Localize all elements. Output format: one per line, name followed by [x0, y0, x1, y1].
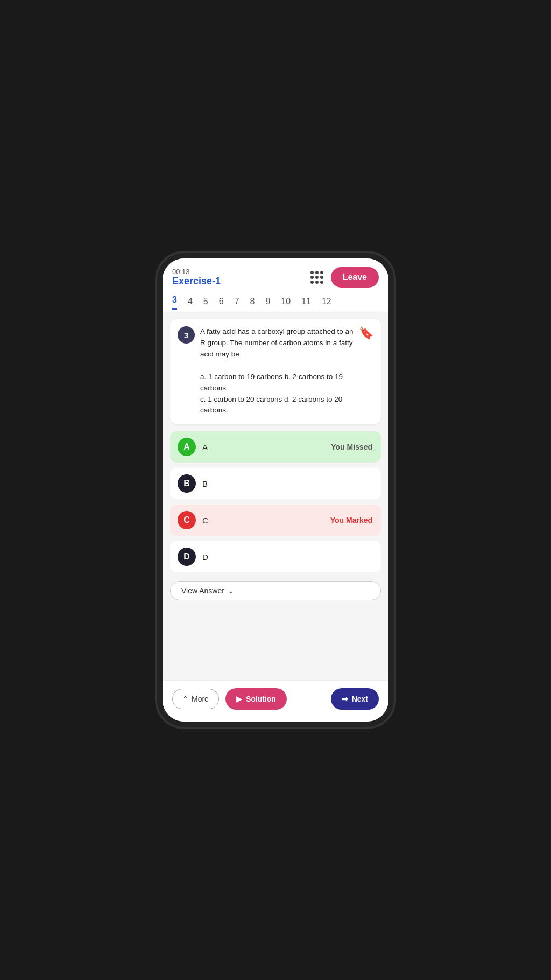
- timer: 00:13: [172, 268, 221, 276]
- option-badge-b: B: [178, 474, 196, 493]
- play-icon: ▶: [236, 695, 242, 703]
- option-label-c: C: [202, 516, 208, 525]
- next-button[interactable]: ➡ Next: [331, 688, 379, 710]
- nav-item-10[interactable]: 10: [281, 297, 291, 310]
- option-badge-a: A: [178, 438, 196, 456]
- solution-button[interactable]: ▶ Solution: [225, 688, 287, 710]
- leave-button[interactable]: Leave: [331, 267, 379, 288]
- option-label-d: D: [202, 552, 208, 562]
- nav-item-3[interactable]: 3: [172, 295, 177, 310]
- chevron-down-icon: ⌄: [228, 586, 234, 595]
- header: 00:13 Exercise-1 Leave: [163, 258, 388, 292]
- question-number-badge: 3: [178, 326, 195, 344]
- option-status-c: You Marked: [330, 516, 372, 524]
- nav-item-9[interactable]: 9: [265, 297, 270, 310]
- option-row-d[interactable]: D D: [170, 541, 381, 572]
- header-left: 00:13 Exercise-1: [172, 268, 221, 287]
- nav-item-7[interactable]: 7: [235, 297, 239, 310]
- option-label-a: A: [202, 443, 208, 452]
- option-status-a: You Missed: [331, 443, 372, 451]
- question-nav: 3 4 5 6 7 8 9 10 11 12: [163, 292, 388, 312]
- grid-dots-icon[interactable]: [310, 271, 323, 284]
- phone-frame: 00:13 Exercise-1 Leave 3 4 5 6 7 8 9 10 …: [163, 258, 388, 722]
- exercise-title: Exercise-1: [172, 276, 221, 287]
- bottom-bar: ⌃ More ▶ Solution ➡ Next: [163, 680, 388, 722]
- option-row-a[interactable]: A A You Missed: [170, 431, 381, 463]
- nav-item-6[interactable]: 6: [219, 297, 224, 310]
- option-row-b[interactable]: B B: [170, 468, 381, 499]
- question-card: 3 A fatty acid has a carboxyl group atta…: [170, 319, 381, 424]
- bookmark-icon[interactable]: 🔖: [359, 326, 373, 340]
- question-nav-inner: 3 4 5 6 7 8 9 10 11 12: [172, 295, 379, 312]
- header-right: Leave: [310, 267, 379, 288]
- option-row-c[interactable]: C C You Marked: [170, 505, 381, 536]
- nav-item-4[interactable]: 4: [188, 297, 193, 310]
- nav-item-8[interactable]: 8: [250, 297, 255, 310]
- option-label-b: B: [202, 479, 208, 488]
- nav-item-12[interactable]: 12: [322, 297, 331, 310]
- option-badge-d: D: [178, 548, 196, 566]
- nav-item-5[interactable]: 5: [203, 297, 208, 310]
- option-badge-c: C: [178, 511, 196, 529]
- more-button[interactable]: ⌃ More: [172, 689, 219, 709]
- next-circle-icon: ➡: [342, 695, 348, 703]
- nav-item-11[interactable]: 11: [301, 297, 311, 310]
- view-answer-button[interactable]: View Answer ⌄: [170, 581, 381, 600]
- question-text: A fatty acid has a carboxyl group attach…: [200, 326, 354, 416]
- chevron-up-icon: ⌃: [182, 695, 189, 703]
- options-container: A A You Missed B B C C You Marked D D: [163, 429, 388, 577]
